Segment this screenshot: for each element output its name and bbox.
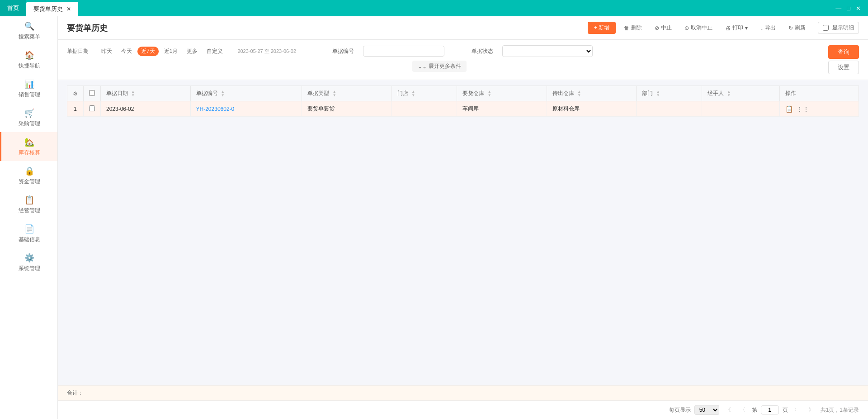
export-button[interactable]: ↓ 导出 xyxy=(756,22,780,33)
doc-no-input[interactable] xyxy=(363,46,444,57)
tab-home[interactable]: 首页 xyxy=(0,0,26,16)
row-pending-warehouse: 原材料仓库 xyxy=(547,101,637,117)
row-checkbox[interactable] xyxy=(89,105,95,111)
th-doc-no[interactable]: 单据编号 ▲▼ xyxy=(190,86,302,101)
row-doc-type: 要货单要货 xyxy=(302,101,392,117)
cancel-stop-label: 取消中止 xyxy=(691,24,712,32)
doc-status-select[interactable] xyxy=(502,45,593,57)
th-checkbox[interactable] xyxy=(84,86,101,101)
stop-label: 中止 xyxy=(661,24,672,32)
th-doc-type[interactable]: 单据类型 ▲▼ xyxy=(302,86,392,101)
th-req-warehouse[interactable]: 要货仓库 ▲▼ xyxy=(457,86,547,101)
last-page-button[interactable]: 》 xyxy=(806,405,817,415)
display-detail-button[interactable]: 显示明细 xyxy=(818,22,859,34)
th-pending-warehouse-label: 待出仓库 xyxy=(552,90,574,96)
sidebar-item-search-menu[interactable]: 🔍 搜索菜单 xyxy=(0,16,57,45)
settings-button[interactable]: 设置 xyxy=(828,61,859,74)
date-filter-buttons: 昨天 今天 近7天 近1月 更多 自定义 xyxy=(98,47,226,56)
row-edit-button[interactable]: 📋 xyxy=(785,105,793,113)
th-handler[interactable]: 经手人 ▲▼ xyxy=(702,86,779,101)
row-handler xyxy=(702,101,779,117)
tab-close-icon[interactable]: ✕ xyxy=(66,6,71,12)
date-btn-more[interactable]: 更多 xyxy=(183,47,201,56)
th-department[interactable]: 部门 ▲▼ xyxy=(637,86,702,101)
refresh-label: 刷新 xyxy=(795,24,806,32)
sidebar-item-finance[interactable]: 🔒 资金管理 xyxy=(0,161,57,190)
expand-label: 展开更多条件 xyxy=(429,62,461,70)
sidebar-item-search-label: 搜索菜单 xyxy=(19,33,40,41)
total-info: 共1页，1条记录 xyxy=(821,406,859,414)
sidebar-item-ops-label: 经营管理 xyxy=(19,207,40,214)
next-page-button[interactable]: 〉 xyxy=(792,405,802,415)
expand-filter-button[interactable]: ⌄⌄ 展开更多条件 xyxy=(412,61,467,72)
tab-requisition-history[interactable]: 要货单历史 ✕ xyxy=(26,2,78,16)
inventory-icon: 🏡 xyxy=(24,137,34,147)
sort-icon-pending-warehouse: ▲▼ xyxy=(577,90,581,97)
sidebar-item-purchase[interactable]: 🛒 采购管理 xyxy=(0,103,57,132)
print-button[interactable]: 🖨 打印 ▾ xyxy=(721,22,752,33)
footer-label: 合计： xyxy=(67,389,83,397)
refresh-button[interactable]: ↻ 刷新 xyxy=(784,22,810,33)
date-btn-yesterday[interactable]: 昨天 xyxy=(98,47,116,56)
window-minimize[interactable]: — xyxy=(835,5,841,12)
th-settings[interactable]: ⚙ xyxy=(67,86,84,101)
th-operation: 操作 xyxy=(779,86,859,101)
basic-info-icon: 📄 xyxy=(24,224,34,234)
doc-no-label: 单据编号 xyxy=(332,48,354,55)
query-button[interactable]: 查询 xyxy=(828,45,859,59)
purchase-icon: 🛒 xyxy=(24,108,34,118)
delete-button[interactable]: 🗑 删除 xyxy=(619,22,646,33)
sidebar-item-ops[interactable]: 📋 经营管理 xyxy=(0,190,57,219)
date-btn-7days[interactable]: 近7天 xyxy=(137,47,159,56)
stop-button[interactable]: ⊘ 中止 xyxy=(650,22,676,33)
sidebar-item-inventory[interactable]: 🏡 库存核算 xyxy=(0,132,57,161)
new-button[interactable]: + 新增 xyxy=(588,22,616,34)
date-btn-custom[interactable]: 自定义 xyxy=(203,47,226,56)
sidebar-item-sales-label: 销售管理 xyxy=(19,91,40,99)
display-detail-checkbox[interactable] xyxy=(823,25,829,31)
filter-row-1: 单据日期 昨天 今天 近7天 近1月 更多 自定义 2023-05-27 至 2… xyxy=(67,45,812,57)
toolbar: + 新增 🗑 删除 ⊘ 中止 ⊙ 取消中止 🖨 打 xyxy=(588,22,859,34)
sort-icon-req-warehouse: ▲▼ xyxy=(488,90,491,97)
th-doc-date[interactable]: 单据日期 ▲▼ xyxy=(101,86,191,101)
print-label: 打印 xyxy=(732,24,743,32)
page-size-select[interactable]: 50 100 xyxy=(694,405,719,415)
page-title: 要货单历史 xyxy=(67,23,108,33)
sidebar-item-basic-info[interactable]: 📄 基础信息 xyxy=(0,219,57,248)
window-close[interactable]: ✕ xyxy=(856,5,861,12)
data-table: ⚙ 单据日期 ▲▼ 单据编号 ▲▼ 单据类型 ▲▼ xyxy=(67,86,859,117)
select-all-checkbox[interactable] xyxy=(89,90,95,96)
table-footer: 合计： xyxy=(58,385,868,400)
table-container: ⚙ 单据日期 ▲▼ 单据编号 ▲▼ 单据类型 ▲▼ xyxy=(58,80,868,385)
sort-icon-department: ▲▼ xyxy=(656,90,660,97)
th-pending-warehouse[interactable]: 待出仓库 ▲▼ xyxy=(547,86,637,101)
sort-icon-doc-date: ▲▼ xyxy=(131,90,135,97)
th-req-warehouse-label: 要货仓库 xyxy=(462,90,484,96)
doc-no-link[interactable]: YH-20230602-0 xyxy=(196,106,235,112)
row-delete-button[interactable]: ⋮⋮ xyxy=(797,105,809,113)
top-bar: 首页 要货单历史 ✕ — □ ✕ xyxy=(0,0,868,16)
date-btn-1month[interactable]: 近1月 xyxy=(160,47,182,56)
sidebar-item-system[interactable]: ⚙️ 系统管理 xyxy=(0,248,57,277)
row-doc-no[interactable]: YH-20230602-0 xyxy=(190,101,302,117)
tab-home-label: 首页 xyxy=(7,4,19,12)
sidebar-item-quick-nav[interactable]: 🏠 快捷导航 xyxy=(0,45,57,74)
quick-nav-icon: 🏠 xyxy=(24,50,34,60)
delete-label: 删除 xyxy=(631,24,642,32)
expand-icon: ⌄⌄ xyxy=(418,63,427,70)
first-page-button[interactable]: 《 xyxy=(723,405,734,415)
filter-area: 单据日期 昨天 今天 近7天 近1月 更多 自定义 2023-05-27 至 2… xyxy=(58,40,868,80)
th-store-label: 门店 xyxy=(397,90,408,96)
sidebar-item-quicknav-label: 快捷导航 xyxy=(19,62,40,70)
page-number-input[interactable] xyxy=(761,405,779,414)
sidebar-item-inventory-label: 库存核算 xyxy=(19,149,40,157)
th-doc-type-label: 单据类型 xyxy=(307,90,329,96)
cancel-stop-button[interactable]: ⊙ 取消中止 xyxy=(680,22,717,33)
th-store[interactable]: 门店 ▲▼ xyxy=(392,86,457,101)
sidebar-item-basicinfo-label: 基础信息 xyxy=(19,236,40,243)
date-btn-today[interactable]: 今天 xyxy=(118,47,136,56)
window-maximize[interactable]: □ xyxy=(847,5,850,12)
row-checkbox-cell[interactable] xyxy=(84,101,101,117)
prev-page-button[interactable]: 〈 xyxy=(737,405,748,415)
sidebar-item-sales[interactable]: 📊 销售管理 xyxy=(0,74,57,103)
